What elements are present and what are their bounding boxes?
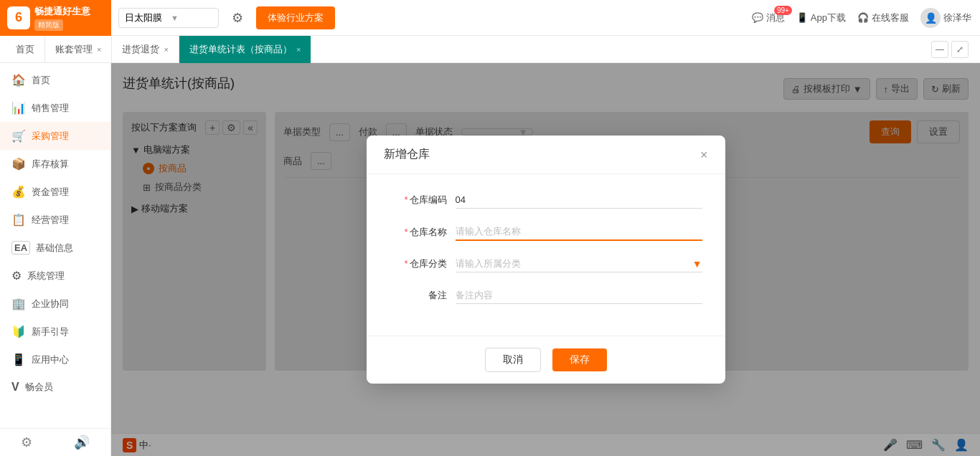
vip-icon: V xyxy=(11,381,19,394)
sidebar-item-home[interactable]: 🏠 首页 xyxy=(0,66,110,94)
sidebar-item-guide[interactable]: 🔰 新手引导 xyxy=(0,318,110,346)
modal-header: 新增仓库 × xyxy=(367,136,725,174)
sidebar-item-inventory-label: 库存核算 xyxy=(32,158,69,171)
sidebar-item-finance[interactable]: 💰 资金管理 xyxy=(0,178,110,206)
logo-badge: 精简版 xyxy=(34,19,63,31)
header-right: 💬 消息 99+ 📱 App下载 🎧 在线客服 👤 徐泽华 xyxy=(752,8,971,28)
modal-close-btn[interactable]: × xyxy=(700,148,708,161)
messages-badge: 99+ xyxy=(774,6,792,15)
store-name: 日太阳膜 xyxy=(125,11,166,24)
save-button[interactable]: 保存 xyxy=(552,348,607,371)
tab-account[interactable]: 账套管理 × xyxy=(45,36,112,63)
settings-icon-btn[interactable]: ⚙ xyxy=(226,6,249,29)
tab-return-label: 进货退货 xyxy=(122,43,159,56)
modal-overlay: 新增仓库 × 仓库编码 仓库名称 仓库分类 xyxy=(111,63,980,456)
sidebar-item-system-label: 系统管理 xyxy=(27,270,65,282)
sidebar-item-sales[interactable]: 📊 销售管理 xyxy=(0,94,110,122)
sidebar-item-enterprise[interactable]: 🏢 企业协同 xyxy=(0,290,110,318)
sidebar-item-basic-info[interactable]: EA 基础信息 xyxy=(0,234,110,262)
sidebar-item-operations-label: 经营管理 xyxy=(32,214,69,227)
category-input[interactable] xyxy=(456,255,702,272)
sidebar-item-purchase-label: 采购管理 xyxy=(32,130,69,143)
form-row-category: 仓库分类 ▼ xyxy=(390,255,702,272)
main-layout: 🏠 首页 📊 销售管理 🛒 采购管理 📦 库存核算 💰 资金管理 📋 经营管理 … xyxy=(0,63,980,456)
store-dropdown-arrow: ▼ xyxy=(171,14,212,22)
modal-title: 新增仓库 xyxy=(384,147,430,162)
form-row-code: 仓库编码 xyxy=(390,191,702,209)
avatar: 👤 xyxy=(920,8,941,28)
sidebar-item-purchase[interactable]: 🛒 采购管理 xyxy=(0,122,110,150)
sidebar-item-vip-label: 畅会员 xyxy=(25,381,53,394)
tab-bar: 首页 账套管理 × 进货退货 × 进货单统计表（按商品） × — ⤢ xyxy=(0,36,980,63)
code-label: 仓库编码 xyxy=(390,194,447,206)
code-input[interactable] xyxy=(456,191,702,209)
headset-icon: 🎧 xyxy=(857,12,869,23)
app-download-btn[interactable]: 📱 App下载 xyxy=(796,11,846,24)
form-row-note: 备注 xyxy=(390,287,702,304)
inventory-icon: 📦 xyxy=(11,157,26,171)
sidebar-item-sales-label: 销售管理 xyxy=(32,102,69,115)
messages-btn[interactable]: 💬 消息 99+ xyxy=(752,11,785,24)
form-row-name: 仓库名称 xyxy=(390,223,702,241)
sidebar-bottom-sound[interactable]: 🔊 xyxy=(74,434,90,450)
note-input[interactable] xyxy=(456,287,702,304)
new-warehouse-modal: 新增仓库 × 仓库编码 仓库名称 仓库分类 xyxy=(367,136,725,384)
logo-area: 6 畅捷通好生意 精简版 xyxy=(0,0,111,36)
sidebar-item-apps-label: 应用中心 xyxy=(32,353,69,366)
basic-info-icon: EA xyxy=(11,241,30,255)
cancel-button[interactable]: 取消 xyxy=(485,348,541,372)
tab-home[interactable]: 首页 xyxy=(6,36,45,63)
sidebar-item-apps[interactable]: 📱 应用中心 xyxy=(0,346,110,374)
tab-stats-close[interactable]: × xyxy=(296,45,301,54)
tab-stats-label: 进货单统计表（按商品） xyxy=(189,43,292,56)
apps-icon: 📱 xyxy=(11,353,26,366)
username: 徐泽华 xyxy=(943,11,971,24)
tab-home-label: 首页 xyxy=(16,43,34,56)
sidebar-item-home-label: 首页 xyxy=(32,74,50,87)
system-icon: ⚙ xyxy=(11,269,22,282)
logo-text: 畅捷通好生意 xyxy=(34,5,90,18)
sidebar-item-system[interactable]: ⚙ 系统管理 xyxy=(0,262,110,290)
name-input[interactable] xyxy=(456,223,702,241)
top-header: 6 畅捷通好生意 精简版 日太阳膜 ▼ ⚙ 体验行业方案 💬 消息 99+ 📱 … xyxy=(0,0,980,36)
purchase-icon: 🛒 xyxy=(11,129,26,143)
enterprise-icon: 🏢 xyxy=(11,297,26,310)
operations-icon: 📋 xyxy=(11,213,26,227)
content-area: 进货单统计(按商品) 🖨 按模板打印 ▼ ↑ 导出 ↻ xyxy=(111,63,980,456)
tab-stats[interactable]: 进货单统计表（按商品） × xyxy=(179,36,311,63)
sidebar-item-basic-info-label: 基础信息 xyxy=(36,242,73,255)
finance-icon: 💰 xyxy=(11,185,26,199)
home-icon: 🏠 xyxy=(11,73,26,87)
tab-account-label: 账套管理 xyxy=(55,43,93,56)
sidebar-item-guide-label: 新手引导 xyxy=(32,326,69,338)
online-service-btn[interactable]: 🎧 在线客服 xyxy=(857,11,909,24)
sidebar-item-vip[interactable]: V 畅会员 xyxy=(0,374,110,401)
sidebar-item-inventory[interactable]: 📦 库存核算 xyxy=(0,150,110,178)
sidebar-item-finance-label: 资金管理 xyxy=(32,186,69,199)
guide-icon: 🔰 xyxy=(11,325,26,338)
sidebar-item-operations[interactable]: 📋 经营管理 xyxy=(0,206,110,234)
online-service-label: 在线客服 xyxy=(872,11,909,24)
sidebar: 🏠 首页 📊 销售管理 🛒 采购管理 📦 库存核算 💰 资金管理 📋 经营管理 … xyxy=(0,63,111,456)
user-profile-btn[interactable]: 👤 徐泽华 xyxy=(920,8,971,28)
category-select-wrapper: ▼ xyxy=(456,255,702,272)
tab-return[interactable]: 进货退货 × xyxy=(112,36,179,63)
tab-minimize-btn[interactable]: — xyxy=(931,41,948,58)
tab-controls: — ⤢ xyxy=(925,41,974,58)
gear-icon: ⚙ xyxy=(232,10,243,26)
tab-expand-btn[interactable]: ⤢ xyxy=(951,41,969,58)
message-icon: 💬 xyxy=(752,12,763,23)
sidebar-bottom-settings[interactable]: ⚙ xyxy=(21,434,32,450)
modal-body: 仓库编码 仓库名称 仓库分类 ▼ xyxy=(367,174,725,336)
name-label: 仓库名称 xyxy=(390,226,447,239)
app-download-label: App下载 xyxy=(811,11,846,24)
trial-button[interactable]: 体验行业方案 xyxy=(256,6,335,29)
store-selector[interactable]: 日太阳膜 ▼ xyxy=(118,8,219,28)
phone-icon: 📱 xyxy=(796,12,808,23)
logo-icon: 6 xyxy=(7,6,30,29)
tab-account-close[interactable]: × xyxy=(97,45,101,54)
modal-footer: 取消 保存 xyxy=(367,336,725,384)
category-label: 仓库分类 xyxy=(390,257,447,270)
tab-return-close[interactable]: × xyxy=(164,45,168,54)
sidebar-item-enterprise-label: 企业协同 xyxy=(32,298,69,310)
